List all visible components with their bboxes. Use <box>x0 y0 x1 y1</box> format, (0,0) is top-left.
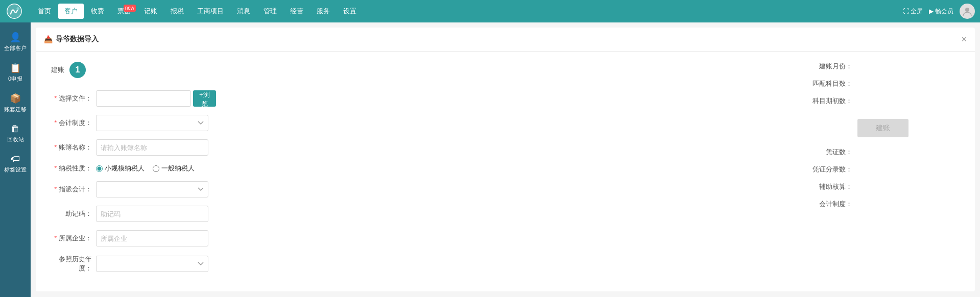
dialog-title: 📥 导爷数据导入 <box>36 28 975 52</box>
file-label: * 选择文件： <box>51 94 92 103</box>
avatar[interactable] <box>960 4 975 19</box>
nav-manage[interactable]: 管理 <box>257 4 283 19</box>
nav-service[interactable]: 服务 <box>310 4 336 19</box>
tag-settings-icon: 🏷 <box>11 154 20 164</box>
assign-accountant-label: * 指派会计： <box>51 185 92 194</box>
memo-code-label: 助记码： <box>51 209 92 218</box>
sidebar-item-tag-settings[interactable]: 🏷 标签设置 <box>0 150 31 178</box>
step-circle: 1 <box>69 62 86 78</box>
tax-type-row: * 纳税性质： 小规模纳税人 一般纳税人 <box>51 164 786 173</box>
tax-type-radio-group: 小规模纳税人 一般纳税人 <box>96 164 195 173</box>
nav-operation[interactable]: 经营 <box>284 4 309 19</box>
browse-button[interactable]: +浏览 <box>193 90 216 107</box>
ledger-name-input[interactable] <box>96 139 208 156</box>
affiliated-company-label: * 所属企业： <box>51 234 92 243</box>
main-layout: 👤 全部客户 📋 0申报 📦 账套迁移 🗑 回收站 🏷 标签设置 📥 导爷数据导… <box>0 22 980 297</box>
nav-right: ⛶ 全屏 ▶ 畅会员 <box>903 4 975 19</box>
sidebar-item-all-customers[interactable]: 👤 全部客户 <box>0 28 31 56</box>
app-logo <box>5 2 23 20</box>
file-select-row: * 选择文件： +浏览 <box>51 90 786 107</box>
tax-type-label: * 纳税性质： <box>51 164 92 173</box>
svg-point-2 <box>965 8 969 12</box>
fullscreen-icon: ⛶ <box>903 8 909 15</box>
nav-items: 首页 客户 收费 票据 new 记账 报税 工商项目 消息 管理 经营 服务 设… <box>32 4 903 19</box>
top-nav: 首页 客户 收费 票据 new 记账 报税 工商项目 消息 管理 经营 服务 设… <box>0 0 980 22</box>
file-input[interactable] <box>96 90 191 107</box>
sidebar-item-label: 标签设置 <box>4 166 27 174</box>
sidebar-item-declare[interactable]: 📋 0申报 <box>0 58 31 87</box>
reference-year-select[interactable] <box>96 256 208 272</box>
aux-calc-row: 辅助核算： <box>806 182 960 191</box>
accounting-system-right-row: 会计制度： <box>806 200 960 209</box>
step-label: 建账 <box>51 65 64 75</box>
recycle-icon: 🗑 <box>11 123 20 134</box>
sidebar-item-label: 0申报 <box>8 75 22 83</box>
nav-invoice[interactable]: 票据 new <box>111 4 137 19</box>
affiliated-company-input[interactable] <box>96 230 208 246</box>
nav-home[interactable]: 首页 <box>32 4 57 19</box>
nav-message[interactable]: 消息 <box>231 4 256 19</box>
import-icon: 📥 <box>44 35 53 43</box>
nav-ledger[interactable]: 记账 <box>138 4 163 19</box>
nav-fee[interactable]: 收费 <box>85 4 110 19</box>
assign-accountant-row: * 指派会计： <box>51 181 786 197</box>
reference-year-label: 参照历史年度： <box>51 255 92 273</box>
memo-code-input[interactable] <box>96 206 208 222</box>
general-taxpayer-radio[interactable]: 一般纳税人 <box>153 164 195 173</box>
build-account-button[interactable]: 建账 <box>857 119 909 137</box>
sidebar-item-label: 账套迁移 <box>4 106 27 113</box>
sidebar-item-recycle[interactable]: 🗑 回收站 <box>0 119 31 147</box>
ledger-name-row: * 账簿名称： <box>51 139 786 156</box>
step-row: 建账 1 <box>51 62 786 78</box>
voucher-num-row: 凭证数： <box>806 147 960 157</box>
form-left: 建账 1 * 选择文件： +浏览 <box>51 62 786 281</box>
voucher-entries-row: 凭证分录数： <box>806 165 960 174</box>
new-badge: new <box>124 5 136 12</box>
sidebar-item-label: 回收站 <box>7 136 24 143</box>
dialog-close-button[interactable]: × <box>961 35 967 44</box>
declare-icon: 📋 <box>10 62 21 73</box>
subject-init-bal-row: 科目期初数： <box>806 96 960 106</box>
accounting-system-row: * 会计制度： <box>51 115 786 131</box>
account-migrate-icon: 📦 <box>10 93 21 104</box>
memo-code-row: 助记码： <box>51 206 786 222</box>
fullscreen-button[interactable]: ⛶ 全屏 <box>903 7 923 16</box>
sidebar: 👤 全部客户 📋 0申报 📦 账套迁移 🗑 回收站 🏷 标签设置 <box>0 22 31 297</box>
small-taxpayer-radio[interactable]: 小规模纳税人 <box>96 164 145 173</box>
dialog: 📥 导爷数据导入 × 建账 1 <box>36 28 975 291</box>
right-panel: 建账月份： 匹配科目数： 科目期初数： 建账 <box>806 62 960 281</box>
assign-accountant-select[interactable] <box>96 181 208 197</box>
member-button[interactable]: ▶ 畅会员 <box>929 7 953 16</box>
nav-settings[interactable]: 设置 <box>337 4 363 19</box>
ledger-name-label: * 账簿名称： <box>51 143 92 152</box>
form-layout: 建账 1 * 选择文件： +浏览 <box>51 62 960 281</box>
reference-year-row: 参照历史年度： <box>51 255 786 273</box>
nav-tax[interactable]: 报税 <box>164 4 190 19</box>
content-area: 📥 导爷数据导入 × 建账 1 <box>31 22 980 297</box>
build-month-row: 建账月份： <box>806 62 960 71</box>
svg-point-1 <box>16 7 19 10</box>
sidebar-item-account-migrate[interactable]: 📦 账套迁移 <box>0 89 31 117</box>
match-subject-row: 匹配科目数： <box>806 79 960 88</box>
nav-business[interactable]: 工商项目 <box>191 4 230 19</box>
file-input-wrap: +浏览 <box>96 90 208 107</box>
sidebar-item-label: 全部客户 <box>4 44 27 52</box>
nav-customer[interactable]: 客户 <box>58 4 84 19</box>
affiliated-company-row: * 所属企业： <box>51 230 786 246</box>
accounting-system-label: * 会计制度： <box>51 118 92 128</box>
dialog-body: 建账 1 * 选择文件： +浏览 <box>36 52 975 291</box>
accounting-system-select[interactable] <box>96 115 208 131</box>
member-icon: ▶ <box>929 8 934 15</box>
all-customers-icon: 👤 <box>10 32 21 43</box>
